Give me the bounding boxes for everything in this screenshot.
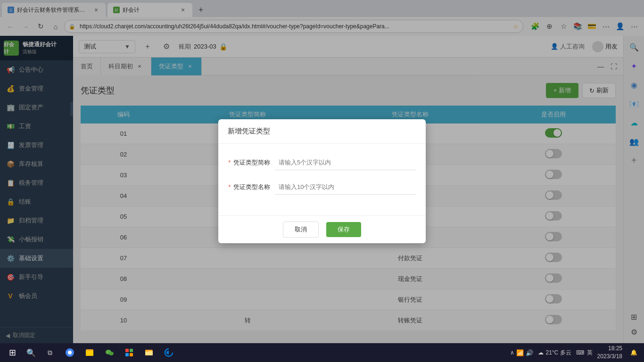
taskbar-app-explorer[interactable] — [140, 344, 157, 361]
taskbar-system-icons: ∧ 📶 🔊 — [510, 349, 533, 356]
notification-button[interactable]: 🔔 — [627, 346, 640, 359]
taskbar-app-taskview[interactable]: ⧉ — [41, 344, 58, 361]
voucher-name-input[interactable] — [275, 180, 416, 195]
chevron-up-icon[interactable]: ∧ — [510, 349, 514, 356]
svg-rect-9 — [130, 353, 133, 356]
taskbar: ⊞ 🔍 ⧉ ∧ 📶 🔊 ☁ 21°C 多云 ⌨ 英 18:25 202 — [0, 343, 644, 362]
weather-icon: ☁ — [538, 349, 544, 356]
volume-icon[interactable]: 🔊 — [526, 349, 533, 356]
taskbar-weather[interactable]: ☁ 21°C 多云 — [538, 349, 571, 357]
svg-rect-8 — [125, 353, 129, 356]
dialog-overlay: 新增凭证类型 * 凭证类型简称 * 凭证类型名称 取消 保存 — [0, 0, 644, 362]
taskbar-time[interactable]: 18:25 2023/3/18 — [597, 345, 622, 361]
dialog-body: * 凭证类型简称 * 凭证类型名称 — [218, 144, 426, 215]
wifi-icon[interactable]: 📶 — [516, 349, 524, 356]
taskbar-input-icons: ⌨ 英 — [576, 349, 593, 357]
svg-rect-3 — [86, 351, 93, 356]
start-button[interactable]: ⊞ — [4, 344, 21, 361]
cancel-button[interactable]: 取消 — [283, 222, 319, 238]
svg-point-5 — [109, 352, 114, 355]
dialog-header: 新增凭证类型 — [218, 119, 426, 144]
svg-rect-7 — [130, 349, 133, 352]
svg-rect-11 — [145, 351, 153, 355]
form-row-short: * 凭证类型简称 — [228, 155, 416, 170]
save-button[interactable]: 保存 — [326, 222, 361, 237]
svg-point-1 — [68, 351, 72, 354]
svg-rect-12 — [145, 350, 149, 352]
dialog-footer: 取消 保存 — [218, 215, 426, 243]
taskbar-app-edge[interactable] — [160, 344, 177, 361]
form-label-short: * 凭证类型简称 — [228, 158, 275, 167]
keyboard-icon: ⌨ — [576, 349, 584, 356]
taskbar-app-wechat[interactable] — [101, 344, 118, 361]
voucher-short-input[interactable] — [275, 155, 416, 170]
lang-icon[interactable]: 英 — [587, 349, 593, 357]
form-label-name: * 凭证类型名称 — [228, 183, 275, 191]
new-voucher-type-dialog: 新增凭证类型 * 凭证类型简称 * 凭证类型名称 取消 保存 — [218, 119, 426, 243]
taskbar-app-chrome[interactable] — [61, 344, 78, 361]
form-row-name: * 凭证类型名称 — [228, 180, 416, 195]
svg-rect-6 — [125, 349, 129, 352]
taskbar-search-button[interactable]: 🔍 — [24, 345, 39, 360]
taskbar-right: ∧ 📶 🔊 ☁ 21°C 多云 ⌨ 英 18:25 2023/3/18 🔔 — [510, 345, 640, 361]
taskbar-app-store[interactable] — [121, 344, 138, 361]
taskbar-app-files[interactable] — [81, 344, 98, 361]
